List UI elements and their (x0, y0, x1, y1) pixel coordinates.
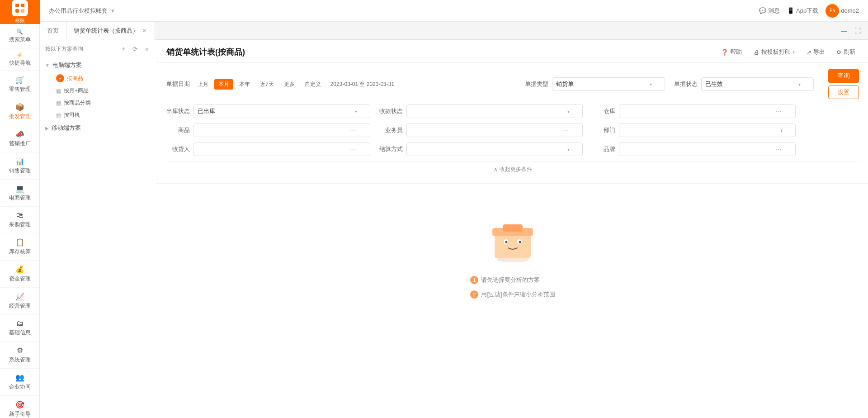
tab-close-icon[interactable]: ✕ (141, 27, 147, 35)
svg-rect-5 (495, 233, 531, 258)
help-btn[interactable]: ❓ 帮助 (717, 46, 745, 58)
tab-minimize-btn[interactable]: — (839, 25, 849, 36)
tab-sales-stat[interactable]: 销货单统计表（按商品） ✕ (66, 22, 155, 40)
receiver-input[interactable]: ··· (193, 142, 370, 156)
tab-sales-stat-label: 销货单统计表（按商品） (74, 27, 138, 35)
industry-dropdown-icon[interactable]: ▾ (111, 7, 114, 14)
date-this-month[interactable]: 本月 (214, 79, 233, 90)
add-icon: ＋ (120, 45, 127, 53)
collab-icon: 👥 (15, 373, 24, 382)
payment-select[interactable]: ▾ (406, 142, 583, 156)
collapse-panel-btn[interactable]: « (142, 44, 151, 53)
filter-brand-item: 品牌 ··· (592, 142, 796, 156)
plan-item-by-month-goods[interactable]: ▦ 按月+商品 (52, 85, 157, 97)
filter-receiver-item: 收货人 ··· (166, 142, 370, 156)
svg-rect-0 (15, 4, 19, 7)
tab-home[interactable]: 首页 (40, 22, 66, 40)
print-btn[interactable]: 🖨 按模板打印 ▾ (750, 46, 798, 58)
export-icon: ↗ (807, 49, 811, 56)
tip-num-2: 2 (470, 290, 478, 299)
docstatus-select[interactable]: 已生效 ▾ (701, 77, 814, 91)
filter-outstatus-item: 出库状态 已出库 ▾ (166, 104, 370, 118)
sidebar-item-marketing[interactable]: 📣 营销推广 (0, 125, 39, 152)
sidebar-item-newbie[interactable]: 🎯 新手引导 (0, 396, 39, 418)
refresh-btn[interactable]: ⟳ 刷新 (833, 46, 859, 58)
warehouse-input[interactable]: ··· (619, 104, 796, 118)
message-icon: 💬 (759, 7, 766, 14)
doctype-select[interactable]: 销货单 ▾ (552, 77, 665, 91)
docstatus-arrow: ▾ (798, 82, 801, 87)
sidebar-item-purchase[interactable]: 🛍 采购管理 (0, 207, 39, 233)
sidebar-item-collab[interactable]: 👥 企业协同 (0, 369, 39, 396)
pc-section: ▼ 电脑端方案 • 按商品 ▦ 按月+商品 ▦ (40, 58, 157, 121)
sidebar-item-sales[interactable]: 📊 销售管理 (0, 152, 39, 180)
goods-input[interactable]: ··· (193, 124, 370, 137)
plan-by-category-label: 按商品分类 (64, 99, 91, 107)
query-button[interactable]: 查询 (828, 69, 859, 83)
pc-section-items: • 按商品 ▦ 按月+商品 ▦ 按商品分类 ▦ (40, 72, 157, 121)
date-custom[interactable]: 自定义 (301, 79, 325, 90)
outstatus-arrow: ▾ (355, 109, 357, 114)
print-dropdown-icon: ▾ (793, 50, 795, 55)
app-download-icon: 📱 (787, 7, 794, 14)
export-btn[interactable]: ↗ 导出 (803, 46, 829, 58)
sidebar-item-quicknav[interactable]: ⚡ 快捷导航 (0, 48, 39, 71)
doctype-value: 销货单 (556, 80, 649, 88)
pc-section-header[interactable]: ▼ 电脑端方案 (40, 58, 157, 72)
sidebar-item-operation[interactable]: 📈 经营管理 (0, 288, 39, 315)
mobile-section-header[interactable]: ▶ 移动端方案 (40, 121, 157, 135)
receiver-dots[interactable]: ··· (350, 145, 356, 153)
date-last-month[interactable]: 上月 (193, 79, 212, 90)
sidebar-item-ecommerce[interactable]: 💻 电商管理 (0, 180, 39, 207)
sidebar-item-basic[interactable]: 🗂 基础信息 (0, 315, 39, 342)
sidebar-item-inventory[interactable]: 📋 库存核算 (0, 233, 39, 261)
recvstatus-label: 收款状态 (379, 107, 403, 115)
section-expand-icon: ▼ (45, 63, 50, 68)
date-7days[interactable]: 近7天 (256, 79, 278, 90)
message-btn[interactable]: 💬 消息 (759, 7, 780, 15)
date-this-year[interactable]: 本年 (235, 79, 254, 90)
sidebar-item-system[interactable]: ⚙ 系统管理 (0, 342, 39, 369)
plan-item-by-driver[interactable]: ▦ 按司机 (52, 109, 157, 121)
operation-icon: 📈 (15, 292, 24, 301)
goods-dots[interactable]: ··· (350, 126, 356, 134)
newbie-icon: 🎯 (15, 400, 24, 409)
settings-button[interactable]: 设置 (828, 86, 859, 99)
quicknav-icon: ⚡ (16, 52, 23, 58)
app-logo[interactable]: 标账 (0, 0, 40, 24)
sidebar-system-label: 系统管理 (9, 356, 31, 364)
salesman-input[interactable]: ··· (406, 124, 583, 137)
refresh-plan-btn[interactable]: ⟳ (131, 44, 140, 53)
dept-select[interactable]: ▾ (619, 124, 796, 137)
recvstatus-select[interactable]: ▾ (406, 104, 583, 118)
sidebar-item-retail[interactable]: 🛒 零售管理 (0, 71, 39, 98)
brand-input[interactable]: ··· (619, 142, 796, 156)
outstatus-select[interactable]: 已出库 ▾ (193, 104, 370, 118)
sidebar-item-wholesale[interactable]: 📦 批发管理 (0, 98, 39, 125)
tab-expand-btn[interactable]: ⛶ (853, 25, 863, 36)
plan-by-driver-label: 按司机 (64, 111, 80, 119)
warehouse-dots[interactable]: ··· (776, 107, 782, 115)
svg-rect-1 (21, 4, 24, 7)
collapse-bar[interactable]: ∧ 收起更多条件 (166, 162, 859, 177)
add-plan-btn[interactable]: ＋ (119, 44, 128, 53)
table-icon: ▦ (56, 88, 61, 94)
salesman-dots[interactable]: ··· (563, 126, 569, 134)
page-title: 销货单统计表(按商品) (166, 47, 245, 57)
sidebar-item-search[interactable]: 🔍 搜索菜单 (0, 24, 39, 48)
empty-tip-2: 2 用[过滤]条件来缩小分析范围 (470, 289, 555, 300)
table3-icon: ▦ (56, 112, 61, 119)
marketing-icon: 📣 (15, 130, 24, 138)
table2-icon: ▦ (56, 100, 61, 106)
date-more[interactable]: 更多 (280, 79, 299, 90)
pc-section-label: 电脑端方案 (52, 61, 82, 69)
plan-item-by-goods[interactable]: • 按商品 (52, 72, 157, 85)
logo-text: 标账 (15, 17, 25, 24)
brand-dots[interactable]: ··· (776, 145, 782, 153)
empty-illustration (486, 211, 540, 265)
goods-label: 商品 (166, 126, 190, 134)
sidebar-item-finance[interactable]: 💰 资金管理 (0, 261, 39, 288)
plan-item-by-category[interactable]: ▦ 按商品分类 (52, 97, 157, 109)
app-download-btn[interactable]: 📱 App下载 (787, 7, 818, 15)
user-menu[interactable]: Ea demo2 (826, 4, 859, 18)
